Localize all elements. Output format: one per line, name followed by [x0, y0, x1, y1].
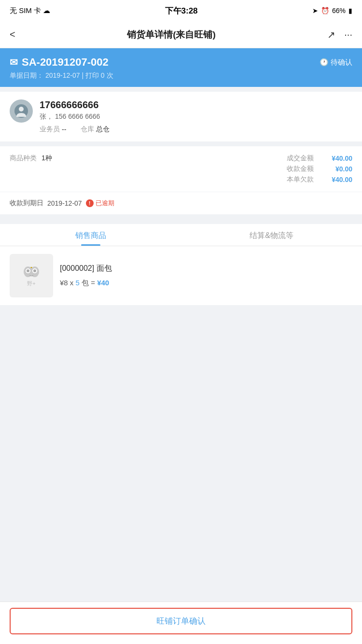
product-unit: 包	[82, 279, 89, 287]
product-price: ¥8	[60, 279, 68, 287]
stats-value-0: ¥40.00	[319, 154, 352, 162]
battery-icon: ▮	[348, 7, 352, 14]
category-label: 商品种类	[10, 154, 37, 163]
tab-sales-products[interactable]: 销售商品	[0, 224, 181, 246]
location-icon: ➤	[312, 7, 318, 14]
customer-info: 17666666666 张， 156 6666 6666 业务员 -- 仓库 总…	[40, 99, 352, 134]
svg-point-0	[19, 107, 24, 112]
battery-level: 66%	[332, 7, 346, 14]
date-label: 单据日期：	[10, 71, 43, 79]
stats-card: 商品种类 1种 成交金额 ¥40.00 收款金额 ¥0.00 本单欠款 ¥40.…	[0, 146, 362, 192]
stats-label-0: 成交金额	[287, 154, 314, 163]
nav-bar: < 销货单详情(来自旺铺) ↗ ···	[0, 21, 362, 48]
customer-card: 17666666666 张， 156 6666 6666 业务员 -- 仓库 总…	[0, 92, 362, 141]
product-name-text: 面包	[97, 264, 112, 272]
tab-settlement-label: 结算&物流等	[250, 231, 293, 239]
order-id: ✉ SA-20191207-002	[10, 56, 109, 69]
due-date-card: 收款到期日 2019-12-07 ! 已逾期	[0, 192, 362, 214]
overdue-text: 已逾期	[96, 199, 114, 208]
stats-value-1: ¥0.00	[319, 165, 352, 173]
order-icon: ✉	[10, 56, 18, 68]
stats-right: 成交金额 ¥40.00 收款金额 ¥0.00 本单欠款 ¥40.00	[287, 154, 352, 184]
equals-sign: =	[91, 279, 95, 287]
salesman-item: 业务员 --	[40, 125, 66, 134]
gray-area	[0, 305, 362, 402]
product-price-row: ¥8 x 5 包 = ¥40	[60, 279, 352, 288]
product-name: [0000002] 面包	[60, 264, 352, 274]
order-header-top: ✉ SA-20191207-002 🕐 待确认	[10, 56, 352, 69]
status-time: 下午3:28	[165, 5, 198, 16]
tabs-section: 销售商品 结算&物流等 野+ [0000002] 面包	[0, 224, 362, 305]
product-info: [0000002] 面包 ¥8 x 5 包 = ¥40	[60, 264, 352, 288]
order-date: 2019-12-07	[45, 71, 80, 79]
stats-row-0: 成交金额 ¥40.00	[287, 154, 352, 163]
product-owl-svg	[22, 265, 41, 279]
customer-name-label: 张，	[40, 112, 53, 120]
stats-left: 商品种类 1种	[10, 154, 287, 163]
salesman-value: --	[62, 126, 66, 133]
order-status: 🕐 待确认	[320, 58, 352, 67]
status-left: 无 SIM 卡 ☁	[10, 6, 50, 15]
divider-1	[0, 141, 362, 146]
order-date-info: 单据日期： 2019-12-07 | 打印 0 次	[10, 71, 352, 80]
avatar	[10, 99, 33, 123]
stats-row-2: 本单欠款 ¥40.00	[287, 175, 352, 184]
customer-row: 17666666666 张， 156 6666 6666 业务员 -- 仓库 总…	[10, 99, 352, 134]
salesman-label: 业务员	[40, 125, 60, 134]
category-value: 1种	[42, 154, 52, 163]
tabs-row: 销售商品 结算&物流等	[0, 224, 362, 246]
print-info: 打印 0 次	[85, 71, 113, 79]
customer-meta: 业务员 -- 仓库 总仓	[40, 125, 352, 134]
product-thumbnail: 野+	[10, 254, 53, 297]
back-button[interactable]: <	[10, 29, 15, 40]
bottom-btn-container: 旺铺订单确认	[0, 602, 362, 644]
customer-name: 张， 156 6666 6666	[40, 112, 352, 121]
avatar-icon	[14, 104, 28, 118]
warehouse-item: 仓库 总仓	[81, 125, 110, 134]
separator: |	[82, 71, 85, 79]
due-date-label: 收款到期日	[10, 199, 43, 208]
stats-value-2: ¥40.00	[319, 176, 352, 183]
status-right: ➤ ⏰ 66% ▮	[312, 7, 352, 14]
nav-icons: ↗ ···	[327, 29, 352, 41]
stats-label-1: 收款金额	[287, 165, 314, 173]
due-date-value: 2019-12-07	[47, 199, 82, 207]
overdue-badge: ! 已逾期	[86, 199, 114, 208]
divider-2	[0, 214, 362, 219]
multiply-sign: x	[70, 279, 74, 287]
order-id-text: SA-20191207-002	[22, 56, 109, 69]
sim-status: 无 SIM 卡 ☁	[10, 6, 50, 15]
status-text: 待确认	[331, 58, 352, 67]
product-brand-label: 野+	[27, 280, 35, 287]
product-qty: 5	[76, 279, 80, 287]
product-total: ¥40	[97, 279, 109, 287]
status-clock-icon: 🕐	[320, 58, 329, 67]
page-title: 销货单详情(来自旺铺)	[127, 28, 216, 41]
share-icon[interactable]: ↗	[327, 29, 335, 41]
svg-point-6	[33, 269, 36, 272]
confirm-order-button[interactable]: 旺铺订单确认	[10, 608, 352, 634]
more-icon[interactable]: ···	[344, 29, 352, 40]
tab-sales-label: 销售商品	[75, 231, 106, 239]
alarm-icon: ⏰	[321, 7, 329, 14]
tab-settlement[interactable]: 结算&物流等	[181, 224, 362, 246]
warehouse-value: 总仓	[96, 125, 110, 134]
product-item: 野+ [0000002] 面包 ¥8 x 5 包 = ¥40	[0, 246, 362, 305]
svg-point-5	[27, 269, 29, 272]
status-bar: 无 SIM 卡 ☁ 下午3:28 ➤ ⏰ 66% ▮	[0, 0, 362, 21]
customer-name-value: 156 6666 6666	[55, 112, 100, 120]
overdue-icon: !	[86, 199, 94, 207]
warehouse-label: 仓库	[81, 125, 94, 134]
order-header-card: ✉ SA-20191207-002 🕐 待确认 单据日期： 2019-12-07…	[0, 48, 362, 87]
stats-label-2: 本单欠款	[287, 175, 314, 184]
product-code: [0000002]	[60, 264, 94, 272]
stats-row-1: 收款金额 ¥0.00	[287, 165, 352, 173]
customer-phone: 17666666666	[40, 99, 352, 111]
